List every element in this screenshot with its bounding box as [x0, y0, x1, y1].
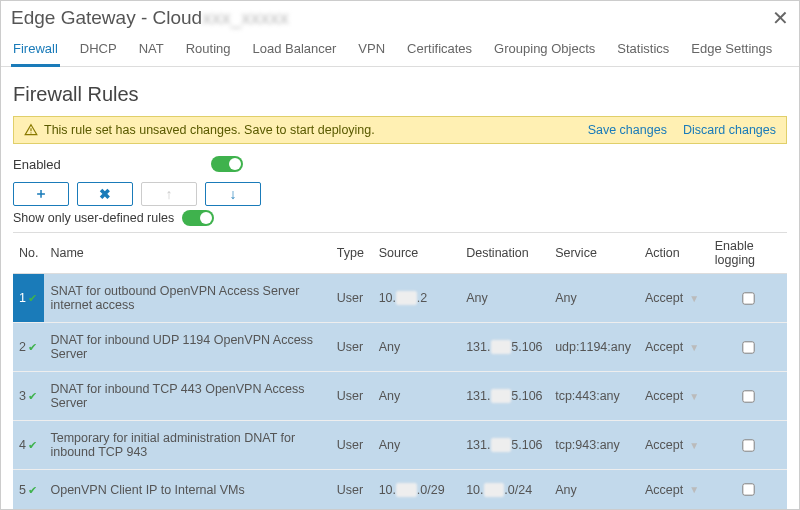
cell-destination: 131.xxx5.106 [460, 323, 549, 372]
chevron-down-icon: ▼ [689, 440, 699, 451]
cell-enable-logging[interactable] [709, 470, 787, 510]
tab-bar: Firewall DHCP NAT Routing Load Balancer … [1, 33, 799, 67]
cell-action[interactable]: Accept▼ [639, 274, 709, 323]
tab-routing[interactable]: Routing [184, 33, 233, 66]
chevron-down-icon: ▼ [689, 342, 699, 353]
cell-action[interactable]: Accept▼ [639, 421, 709, 470]
cell-source: 10.xxx.2 [373, 274, 461, 323]
user-rules-label: Show only user-defined rules [13, 211, 174, 225]
cell-name: DNAT for inbound TCP 443 OpenVPN Access … [44, 372, 330, 421]
tab-dhcp[interactable]: DHCP [78, 33, 119, 66]
cell-no: 3✔ [13, 372, 44, 421]
unsaved-alert: This rule set has unsaved changes. Save … [13, 116, 787, 144]
cell-source: 10.xxx.0/29 [373, 470, 461, 510]
cell-name: DNAT for inbound UDP 1194 OpenVPN Access… [44, 323, 330, 372]
enable-logging-checkbox[interactable] [742, 483, 754, 495]
warning-icon [24, 123, 38, 137]
enable-logging-checkbox[interactable] [742, 439, 754, 451]
tab-firewall[interactable]: Firewall [11, 33, 60, 66]
col-dest[interactable]: Destination [460, 233, 549, 274]
save-changes-link[interactable]: Save changes [588, 123, 667, 137]
unsaved-alert-text: This rule set has unsaved changes. Save … [44, 123, 375, 137]
cell-destination: Any [460, 274, 549, 323]
chevron-down-icon: ▼ [689, 293, 699, 304]
close-icon[interactable]: ✕ [772, 8, 789, 28]
cell-enable-logging[interactable] [709, 274, 787, 323]
cell-service: udp:1194:any [549, 323, 639, 372]
move-up-button: ↑ [141, 182, 197, 206]
tab-statistics[interactable]: Statistics [615, 33, 671, 66]
enable-logging-checkbox[interactable] [742, 390, 754, 402]
table-row[interactable]: 5✔OpenVPN Client IP to Internal VMsUser1… [13, 470, 787, 510]
enabled-label: Enabled [13, 157, 61, 172]
cell-service: tcp:443:any [549, 372, 639, 421]
cell-type: User [331, 372, 373, 421]
cell-name: SNAT for outbound OpenVPN Access Server … [44, 274, 330, 323]
tab-nat[interactable]: NAT [137, 33, 166, 66]
window-title: Edge Gateway - Cloudxxx_xxxxx [11, 7, 289, 29]
cell-name: Temporary for initial administration DNA… [44, 421, 330, 470]
cell-destination: 131.xxx5.106 [460, 421, 549, 470]
svg-point-1 [30, 132, 31, 133]
cell-destination: 10.xxx.0/24 [460, 470, 549, 510]
add-rule-button[interactable]: ＋ [13, 182, 69, 206]
cell-no: 2✔ [13, 323, 44, 372]
tab-grouping[interactable]: Grouping Objects [492, 33, 597, 66]
move-down-button[interactable]: ↓ [205, 182, 261, 206]
cell-source: Any [373, 372, 461, 421]
cell-service: tcp:943:any [549, 421, 639, 470]
enable-logging-checkbox[interactable] [742, 341, 754, 353]
firewall-rules-table: No. Name Type Source Destination Service… [13, 232, 787, 510]
table-row[interactable]: 3✔DNAT for inbound TCP 443 OpenVPN Acces… [13, 372, 787, 421]
cell-service: Any [549, 470, 639, 510]
cell-action[interactable]: Accept▼ [639, 470, 709, 510]
edge-gateway-window: Edge Gateway - Cloudxxx_xxxxx ✕ Firewall… [0, 0, 800, 510]
rule-valid-icon: ✔ [28, 484, 37, 496]
tab-edge-settings[interactable]: Edge Settings [689, 33, 774, 66]
tab-certificates[interactable]: Certificates [405, 33, 474, 66]
col-service[interactable]: Service [549, 233, 639, 274]
col-source[interactable]: Source [373, 233, 461, 274]
rule-valid-icon: ✔ [28, 341, 37, 353]
cell-type: User [331, 323, 373, 372]
title-bar: Edge Gateway - Cloudxxx_xxxxx ✕ [1, 1, 799, 33]
table-row[interactable]: 4✔Temporary for initial administration D… [13, 421, 787, 470]
tab-vpn[interactable]: VPN [356, 33, 387, 66]
chevron-down-icon: ▼ [689, 484, 699, 495]
col-logging[interactable]: Enable logging [709, 233, 787, 274]
user-rules-toggle[interactable] [182, 210, 214, 226]
enable-logging-checkbox[interactable] [742, 292, 754, 304]
cell-no: 4✔ [13, 421, 44, 470]
rule-valid-icon: ✔ [28, 439, 37, 451]
cell-no: 1✔ [13, 274, 44, 323]
cell-type: User [331, 470, 373, 510]
chevron-down-icon: ▼ [689, 391, 699, 402]
tab-load-balancer[interactable]: Load Balancer [251, 33, 339, 66]
discard-changes-link[interactable]: Discard changes [683, 123, 776, 137]
firewall-enabled-toggle[interactable] [211, 156, 243, 172]
cell-enable-logging[interactable] [709, 323, 787, 372]
table-row[interactable]: 1✔SNAT for outbound OpenVPN Access Serve… [13, 274, 787, 323]
cell-source: Any [373, 421, 461, 470]
cell-destination: 131.xxx5.106 [460, 372, 549, 421]
cell-enable-logging[interactable] [709, 421, 787, 470]
cell-action[interactable]: Accept▼ [639, 372, 709, 421]
rule-valid-icon: ✔ [28, 292, 37, 304]
rule-valid-icon: ✔ [28, 390, 37, 402]
col-action[interactable]: Action [639, 233, 709, 274]
cell-type: User [331, 421, 373, 470]
col-type[interactable]: Type [331, 233, 373, 274]
col-name[interactable]: Name [44, 233, 330, 274]
cell-type: User [331, 274, 373, 323]
delete-rule-button[interactable]: ✖ [77, 182, 133, 206]
table-header-row: No. Name Type Source Destination Service… [13, 233, 787, 274]
cell-action[interactable]: Accept▼ [639, 323, 709, 372]
cell-source: Any [373, 323, 461, 372]
col-no[interactable]: No. [13, 233, 44, 274]
cell-enable-logging[interactable] [709, 372, 787, 421]
table-row[interactable]: 2✔DNAT for inbound UDP 1194 OpenVPN Acce… [13, 323, 787, 372]
cell-name: OpenVPN Client IP to Internal VMs [44, 470, 330, 510]
cell-service: Any [549, 274, 639, 323]
cell-no: 5✔ [13, 470, 44, 510]
page-title: Firewall Rules [13, 83, 787, 106]
